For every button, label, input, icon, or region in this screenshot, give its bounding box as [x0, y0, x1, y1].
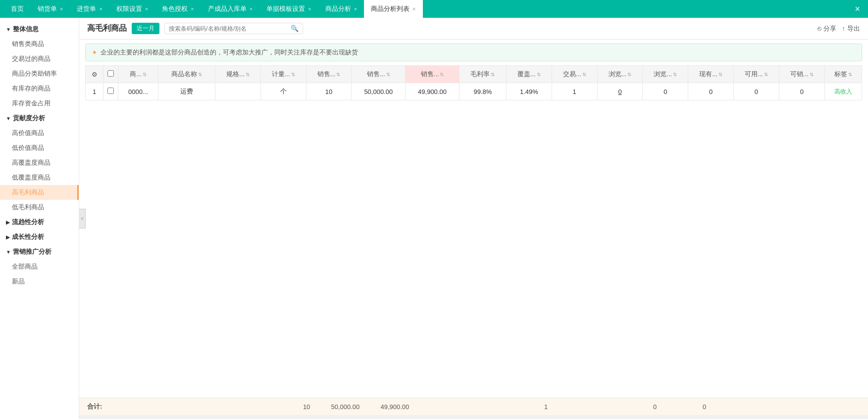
share-icon: ⎋ [817, 25, 821, 32]
period-button[interactable]: 近一月 [132, 23, 159, 34]
cell-checkbox[interactable] [103, 83, 118, 100]
nav-tab-template-close[interactable]: × [308, 6, 311, 12]
nav-tab-permissions[interactable]: 权限设置 × [109, 0, 155, 18]
row-checkbox[interactable] [107, 88, 114, 94]
nav-tab-analysis[interactable]: 商品分析 × [318, 0, 364, 18]
col-tag-sort-icon: ⇅ [848, 72, 852, 77]
sidebar-item-stock-goods[interactable]: 有库存的商品 [0, 81, 79, 96]
sidebar-item-low-margin[interactable]: 低毛利商品 [0, 200, 79, 215]
col-tag[interactable]: 标签 ⇅ [824, 66, 862, 83]
nav-close-all-button[interactable]: × [851, 4, 864, 14]
footer-sales-amount: 50,000.00 [320, 403, 359, 411]
page-title: 高毛利商品 [87, 23, 127, 34]
nav-tab-template[interactable]: 单据模板设置 × [259, 0, 318, 18]
select-all-checkbox[interactable] [107, 70, 114, 77]
export-button[interactable]: ↑ 导出 [842, 24, 861, 33]
cell-gross-margin: 99.8% [459, 83, 506, 100]
nav-tab-analysis-list[interactable]: 商品分析列表 × [364, 0, 422, 18]
nav-tab-home[interactable]: 首页 [4, 0, 31, 18]
sidebar-item-traded-goods[interactable]: 交易过的商品 [0, 51, 79, 66]
sidebar-item-category-rate[interactable]: 商品分类助销率 [0, 66, 79, 81]
sidebar-item-high-value[interactable]: 高价值商品 [0, 126, 79, 140]
nav-tab-purchase-close[interactable]: × [99, 6, 102, 12]
data-table: ⚙ 商... ⇅ 商品名称 [85, 65, 862, 100]
col-unit-label: 计量... [272, 70, 290, 79]
sidebar-item-low-value[interactable]: 低价值商品 [0, 140, 79, 155]
footer-bar: 合计: 10 50,000.00 49,900.00 1 0 0 [79, 398, 868, 415]
search-icon[interactable]: 🔍 [291, 25, 299, 32]
cell-unit: 个 [260, 83, 306, 100]
sidebar-item-all-goods[interactable]: 全部商品 [0, 259, 79, 274]
sidebar-item-high-margin[interactable]: 高毛利商品 [0, 185, 79, 200]
cell-sales-cost: 49,900.00 [406, 83, 460, 100]
cell-browse1[interactable]: 0 [597, 83, 643, 100]
col-current-stock[interactable]: 现有... ⇅ [688, 66, 734, 83]
bottom-scrollbar[interactable] [79, 415, 868, 419]
col-sales-qty[interactable]: 销售... ⇅ [306, 66, 352, 83]
share-button[interactable]: ⎋ 分享 [817, 24, 836, 33]
col-coverage[interactable]: 覆盖... ⇅ [506, 66, 552, 83]
col-settings[interactable]: ⚙ [86, 66, 103, 83]
col-name[interactable]: 商品名称 ⇅ [158, 66, 215, 83]
tip-text: 企业的主要的利润都是这部分商品创造的，可考虑加大推广，同时关注库存是不要出现缺货 [101, 48, 358, 57]
nav-tab-template-label: 单据模板设置 [266, 4, 305, 13]
col-spec[interactable]: 规格... ⇅ [215, 66, 261, 83]
col-gross-margin[interactable]: 毛利率 ⇅ [459, 66, 506, 83]
col-sales-amount-sort-icon: ⇅ [386, 72, 390, 77]
browse1-link[interactable]: 0 [618, 88, 621, 95]
nav-tab-sales-close[interactable]: × [60, 6, 63, 12]
col-tag-label: 标签 [834, 70, 847, 79]
nav-tab-analysis-close[interactable]: × [354, 6, 357, 12]
sidebar-group-marketing-label: 营销推广分析 [13, 247, 51, 256]
nav-tab-home-label: 首页 [11, 4, 24, 13]
sidebar-group-marketing[interactable]: ▼ 营销推广分析 [0, 244, 79, 259]
sidebar-group-growth[interactable]: ▶ 成长性分析 [0, 230, 79, 244]
col-available-sort-icon: ⇅ [764, 72, 768, 77]
sidebar-group-growth-arrow: ▶ [6, 234, 10, 240]
col-available[interactable]: 可用... ⇅ [734, 66, 779, 83]
top-nav: 首页 销货单 × 进货单 × 权限设置 × 角色授权 × 产成品入库单 × 单据… [0, 0, 868, 18]
sidebar-item-high-coverage[interactable]: 高覆盖度商品 [0, 155, 79, 170]
sidebar-group-trend[interactable]: ▶ 流趋性分析 [0, 215, 79, 230]
col-sales-cost[interactable]: 销售... ⇅ [406, 66, 460, 83]
col-transaction[interactable]: 交易... ⇅ [552, 66, 597, 83]
sidebar-group-overall[interactable]: ▼ 整体信息 [0, 22, 79, 37]
col-coverage-label: 覆盖... [517, 70, 536, 79]
nav-tab-roles-close[interactable]: × [191, 6, 194, 12]
sidebar-item-stock-capital[interactable]: 库存资金占用 [0, 96, 79, 111]
sidebar-group-contribution-label: 贡献度分析 [13, 114, 45, 123]
share-label: 分享 [823, 24, 836, 33]
col-unit[interactable]: 计量... ⇅ [260, 66, 306, 83]
search-input[interactable] [169, 25, 291, 32]
col-gross-margin-label: 毛利率 [470, 70, 490, 79]
nav-tab-warehouse[interactable]: 产成品入库单 × [201, 0, 259, 18]
search-input-wrap: 🔍 [164, 23, 303, 34]
col-checkbox[interactable] [103, 66, 118, 83]
sidebar-collapse-button[interactable]: « [79, 209, 86, 229]
data-table-wrap: ⚙ 商... ⇅ 商品名称 [85, 65, 862, 398]
col-browse2[interactable]: 浏览... ⇅ [643, 66, 688, 83]
export-label: 导出 [847, 24, 860, 33]
sidebar-item-new-goods[interactable]: 新品 [0, 274, 79, 289]
cell-code: 0000... [118, 83, 158, 100]
cell-tag: 高收入 [824, 83, 862, 100]
nav-tab-sales[interactable]: 销货单 × [31, 0, 70, 18]
sidebar-item-low-coverage[interactable]: 低覆盖度商品 [0, 170, 79, 185]
nav-tab-permissions-close[interactable]: × [145, 6, 148, 12]
col-sales-amount[interactable]: 销售... ⇅ [352, 66, 406, 83]
cell-transaction: 1 [552, 83, 597, 100]
nav-tab-analysis-list-close[interactable]: × [412, 6, 415, 12]
nav-tab-purchase[interactable]: 进货单 × [70, 0, 109, 18]
col-browse2-sort-icon: ⇅ [673, 72, 677, 77]
sidebar-item-sales-goods[interactable]: 销售类商品 [0, 37, 79, 51]
col-browse1[interactable]: 浏览... ⇅ [597, 66, 643, 83]
sidebar: ▼ 整体信息 销售类商品 交易过的商品 商品分类助销率 有库存的商品 库存资金占… [0, 18, 79, 419]
sidebar-group-contribution[interactable]: ▼ 贡献度分析 [0, 111, 79, 126]
cell-name: 运费 [158, 83, 215, 100]
nav-tab-roles[interactable]: 角色授权 × [155, 0, 201, 18]
nav-tab-warehouse-close[interactable]: × [250, 6, 253, 12]
tag-badge: 高收入 [834, 88, 852, 95]
col-sellable[interactable]: 可销... ⇅ [779, 66, 824, 83]
export-icon: ↑ [842, 25, 846, 32]
col-code[interactable]: 商... ⇅ [118, 66, 158, 83]
